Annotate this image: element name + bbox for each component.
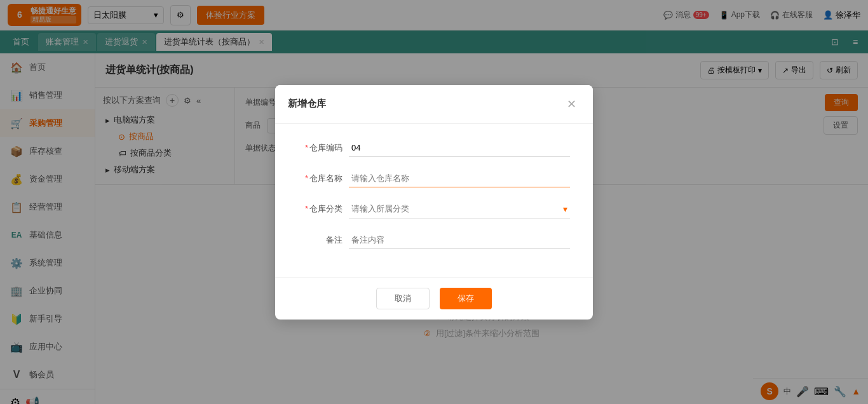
form-row-name: 仓库名称	[298, 170, 570, 187]
name-input[interactable]	[349, 170, 570, 187]
dialog-body: 仓库编码 仓库名称 仓库分类 ▾ 备注	[275, 124, 593, 277]
name-label: 仓库名称	[298, 173, 349, 184]
remark-label: 备注	[298, 234, 349, 246]
category-dropdown-icon: ▾	[563, 204, 567, 214]
form-row-remark: 备注	[298, 231, 570, 249]
remark-input[interactable]	[349, 231, 570, 249]
modal-overlay: 新增仓库 ✕ 仓库编码 仓库名称 仓库分类 ▾	[0, 0, 868, 404]
category-label: 仓库分类	[298, 203, 349, 215]
save-button[interactable]: 保存	[440, 288, 492, 309]
add-warehouse-dialog: 新增仓库 ✕ 仓库编码 仓库名称 仓库分类 ▾	[275, 85, 593, 320]
category-select[interactable]: ▾	[349, 200, 570, 219]
dialog-title: 新增仓库	[288, 98, 562, 110]
dialog-close-button[interactable]: ✕	[562, 95, 580, 113]
dialog-header: 新增仓库 ✕	[275, 85, 593, 124]
category-input[interactable]	[351, 204, 563, 213]
cancel-button[interactable]: 取消	[376, 288, 430, 309]
form-row-category: 仓库分类 ▾	[298, 200, 570, 219]
code-label: 仓库编码	[298, 142, 349, 154]
form-row-code: 仓库编码	[298, 139, 570, 157]
code-input[interactable]	[349, 139, 570, 157]
dialog-footer: 取消 保存	[275, 277, 593, 320]
